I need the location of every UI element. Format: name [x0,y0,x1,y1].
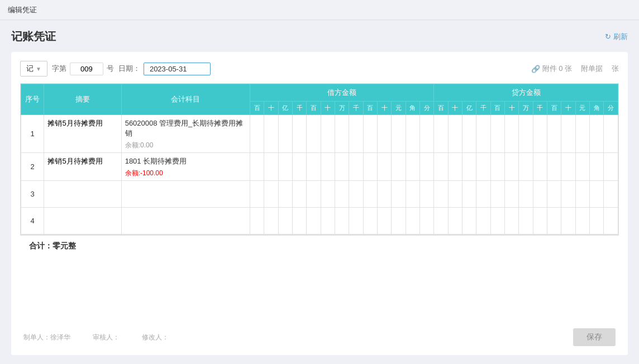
debit-cell-8[interactable] [349,153,363,181]
credit-cell-8[interactable] [533,115,547,153]
credit-cell-8[interactable] [533,153,547,181]
row-summary[interactable]: 摊销5月待摊费用 [44,153,121,181]
row-summary[interactable] [44,181,121,208]
row-account[interactable] [121,208,250,234]
debit-cell-6[interactable] [321,181,335,208]
credit-cell-8[interactable] [533,208,547,234]
credit-cell-13[interactable] [604,181,618,208]
debit-cell-5[interactable] [307,181,321,208]
credit-cell-7[interactable] [519,153,533,181]
debit-cell-2[interactable] [264,115,278,153]
credit-cell-4[interactable] [476,181,490,208]
date-input[interactable] [144,63,211,75]
debit-cell-4[interactable] [292,153,306,181]
debit-cell-10[interactable] [377,181,391,208]
debit-cell-11[interactable] [392,208,406,234]
credit-cell-12[interactable] [589,181,603,208]
credit-cell-1[interactable] [434,181,448,208]
credit-cell-10[interactable] [561,115,575,153]
debit-cell-4[interactable] [292,181,306,208]
debit-cell-3[interactable] [278,181,292,208]
credit-cell-5[interactable] [490,153,504,181]
debit-cell-6[interactable] [321,208,335,234]
debit-cell-12[interactable] [406,181,419,208]
credit-cell-6[interactable] [504,153,518,181]
credit-cell-6[interactable] [504,115,518,153]
credit-cell-10[interactable] [561,208,575,234]
debit-cell-9[interactable] [363,208,377,234]
credit-cell-7[interactable] [519,115,533,153]
save-button[interactable]: 保存 [573,328,616,346]
credit-cell-11[interactable] [575,153,589,181]
debit-cell-11[interactable] [392,181,406,208]
credit-cell-13[interactable] [604,208,618,234]
debit-cell-1[interactable] [250,208,264,234]
credit-cell-11[interactable] [575,115,589,153]
row-account[interactable]: 1801 长期待摊费用余额:-100.00 [121,153,250,181]
debit-cell-10[interactable] [377,115,391,153]
debit-cell-7[interactable] [335,115,349,153]
debit-cell-4[interactable] [292,115,306,153]
debit-cell-4[interactable] [292,208,306,234]
debit-cell-1[interactable] [250,181,264,208]
credit-cell-9[interactable] [547,208,561,234]
credit-cell-4[interactable] [476,115,490,153]
credit-cell-13[interactable] [604,115,618,153]
credit-cell-12[interactable] [589,208,603,234]
credit-cell-3[interactable] [462,153,476,181]
debit-cell-13[interactable] [419,115,433,153]
debit-cell-6[interactable] [321,153,335,181]
credit-cell-5[interactable] [490,115,504,153]
debit-cell-1[interactable] [250,115,264,153]
debit-cell-13[interactable] [419,181,433,208]
debit-cell-10[interactable] [377,153,391,181]
debit-cell-9[interactable] [363,115,377,153]
debit-cell-7[interactable] [335,153,349,181]
credit-cell-8[interactable] [533,181,547,208]
credit-cell-10[interactable] [561,181,575,208]
debit-cell-5[interactable] [307,153,321,181]
credit-cell-5[interactable] [490,208,504,234]
credit-cell-2[interactable] [448,181,462,208]
debit-cell-3[interactable] [278,208,292,234]
credit-cell-2[interactable] [448,115,462,153]
credit-cell-1[interactable] [434,208,448,234]
credit-cell-11[interactable] [575,208,589,234]
credit-cell-5[interactable] [490,181,504,208]
debit-cell-8[interactable] [349,208,363,234]
debit-cell-2[interactable] [264,153,278,181]
row-summary[interactable]: 摊销5月待摊费用 [44,115,121,153]
debit-cell-3[interactable] [278,115,292,153]
credit-cell-9[interactable] [547,181,561,208]
debit-cell-5[interactable] [307,208,321,234]
debit-cell-5[interactable] [307,115,321,153]
credit-cell-2[interactable] [448,153,462,181]
refresh-button[interactable]: ↻ 刷新 [605,32,628,42]
credit-cell-7[interactable] [519,181,533,208]
zi-number-input[interactable] [70,63,103,75]
credit-cell-3[interactable] [462,181,476,208]
debit-cell-7[interactable] [335,181,349,208]
debit-cell-2[interactable] [264,208,278,234]
debit-cell-12[interactable] [406,208,419,234]
debit-cell-8[interactable] [349,115,363,153]
credit-cell-1[interactable] [434,115,448,153]
credit-cell-12[interactable] [589,153,603,181]
credit-cell-11[interactable] [575,181,589,208]
row-account[interactable]: 56020008 管理费用_长期待摊费用摊销余额:0.00 [121,115,250,153]
debit-cell-11[interactable] [392,115,406,153]
debit-cell-6[interactable] [321,115,335,153]
debit-cell-12[interactable] [406,153,419,181]
debit-cell-9[interactable] [363,181,377,208]
credit-cell-13[interactable] [604,153,618,181]
credit-cell-7[interactable] [519,208,533,234]
debit-cell-12[interactable] [406,115,419,153]
debit-cell-9[interactable] [363,153,377,181]
debit-cell-13[interactable] [419,208,433,234]
row-account[interactable] [121,181,250,208]
row-summary[interactable] [44,208,121,234]
debit-cell-7[interactable] [335,208,349,234]
debit-cell-3[interactable] [278,153,292,181]
credit-cell-3[interactable] [462,115,476,153]
debit-cell-10[interactable] [377,208,391,234]
